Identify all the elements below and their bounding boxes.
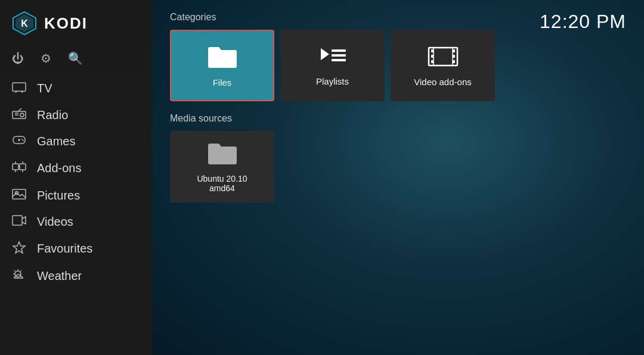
tile-video-addons-label: Video add-ons <box>414 77 471 87</box>
sidebar-item-tv-label: TV <box>37 82 52 95</box>
app-title: KODI <box>44 14 88 33</box>
sidebar-item-radio[interactable]: Radio <box>0 102 152 129</box>
tile-ubuntu[interactable]: Ubuntu 20.10 amd64 <box>170 131 274 203</box>
svg-line-31 <box>21 270 22 272</box>
addons-icon <box>12 160 26 176</box>
svg-rect-16 <box>13 164 18 170</box>
media-sources-title: Media sources <box>170 113 626 124</box>
navigation-menu: TV Radio <box>0 75 152 355</box>
svg-point-14 <box>21 139 23 140</box>
tile-ubuntu-label: Ubuntu 20.10 amd64 <box>197 174 247 193</box>
svg-rect-17 <box>20 164 26 170</box>
media-sources-tiles: Ubuntu 20.10 amd64 <box>170 131 626 203</box>
film-icon <box>428 45 459 71</box>
sidebar-item-games-label: Games <box>37 135 75 148</box>
playlist-icon <box>318 45 347 70</box>
weather-icon <box>12 269 26 284</box>
svg-marker-32 <box>321 48 329 60</box>
videos-icon <box>12 215 26 229</box>
sidebar-item-weather[interactable]: Weather <box>0 263 152 289</box>
search-icon[interactable]: 🔍 <box>68 51 83 66</box>
kodi-logo-icon: K <box>12 11 37 36</box>
tile-video-addons[interactable]: Video add-ons <box>391 30 495 101</box>
svg-rect-3 <box>13 83 26 91</box>
sidebar-item-addons-label: Add-ons <box>37 161 82 175</box>
svg-rect-42 <box>453 49 455 52</box>
sidebar-item-tv[interactable]: TV <box>0 75 152 102</box>
games-icon <box>12 135 26 148</box>
svg-rect-39 <box>431 49 434 52</box>
svg-rect-34 <box>332 54 346 57</box>
svg-rect-43 <box>453 55 455 58</box>
power-icon[interactable]: ⏻ <box>12 52 24 66</box>
favourites-icon <box>12 241 26 257</box>
categories-tiles: Files Playlists <box>170 30 626 101</box>
svg-text:K: K <box>21 18 28 29</box>
sidebar-item-radio-label: Radio <box>37 108 68 122</box>
tile-playlists[interactable]: Playlists <box>280 30 385 101</box>
media-sources-section: Media sources Ubuntu 20.10 amd64 <box>170 113 626 203</box>
svg-line-30 <box>14 270 16 272</box>
tile-playlists-label: Playlists <box>316 76 349 86</box>
sidebar-item-addons[interactable]: Add-ons <box>0 154 152 182</box>
svg-rect-25 <box>13 216 22 225</box>
sidebar-item-games[interactable]: Games <box>0 129 152 154</box>
sidebar-item-pictures[interactable]: Pictures <box>0 182 152 209</box>
svg-rect-44 <box>453 60 455 63</box>
svg-marker-26 <box>13 242 25 253</box>
sidebar-item-favourites[interactable]: Favourites <box>0 235 152 263</box>
folder-icon <box>207 44 238 71</box>
settings-icon[interactable]: ⚙ <box>41 51 51 66</box>
svg-point-15 <box>23 140 24 141</box>
svg-rect-41 <box>431 60 434 63</box>
pictures-icon <box>12 188 26 203</box>
tile-files-label: Files <box>213 77 232 88</box>
sidebar-item-weather-label: Weather <box>37 269 82 283</box>
folder-dark-icon <box>207 141 238 168</box>
logo-area: K KODI <box>0 0 152 46</box>
top-toolbar: ⏻ ⚙ 🔍 <box>0 46 152 75</box>
svg-rect-33 <box>332 49 346 52</box>
sidebar: K KODI ⏻ ⚙ 🔍 TV <box>0 0 152 355</box>
main-content: 12:20 PM Categories Files <box>152 0 644 355</box>
svg-point-7 <box>20 113 24 117</box>
sidebar-item-favourites-label: Favourites <box>37 242 92 256</box>
svg-rect-23 <box>13 189 26 199</box>
clock-display: 12:20 PM <box>540 11 626 33</box>
svg-rect-40 <box>431 55 434 58</box>
tv-icon <box>12 81 26 96</box>
radio-icon <box>12 108 26 123</box>
tile-files[interactable]: Files <box>170 30 274 101</box>
sidebar-item-videos[interactable]: Videos <box>0 209 152 235</box>
svg-rect-35 <box>332 59 346 61</box>
sidebar-item-videos-label: Videos <box>37 215 73 229</box>
sidebar-item-pictures-label: Pictures <box>37 189 80 203</box>
